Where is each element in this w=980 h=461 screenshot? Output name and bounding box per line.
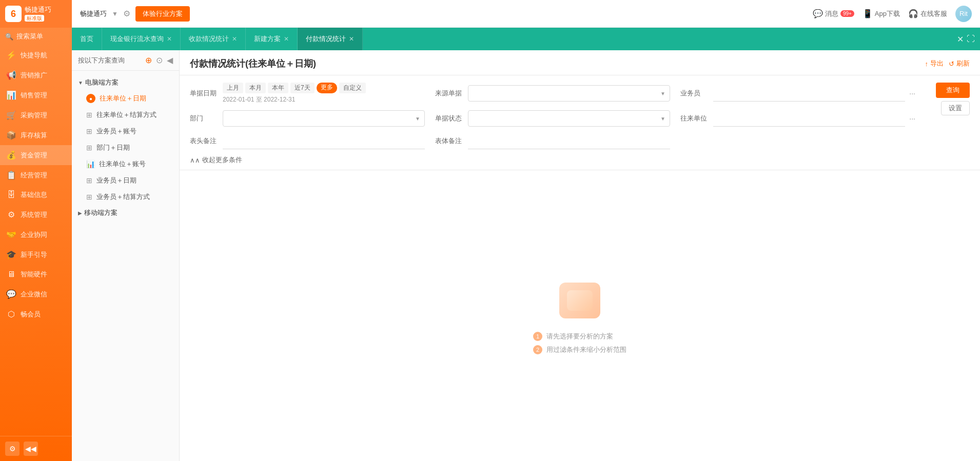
tab-bank-flow[interactable]: 现金银行流水查询 ✕ (102, 28, 181, 50)
left-panel: 按以下方案查询 ⊕ ⊙ ◀ ▼ 电脑端方案 ● 往来单位＋日期 ⊞ 往来单位＋结… (72, 50, 180, 461)
sidebar-item-capital[interactable]: 💰 资金管理 (0, 145, 72, 165)
topbar-right: 💬 消息 99+ 📱 App下载 🎧 在线客服 Rit (813, 6, 972, 22)
search-icon: 🔍 (5, 33, 13, 41)
logo-icon: 6 (5, 6, 22, 22)
sidebar-item-basic-info[interactable]: 🗄 基础信息 (0, 185, 72, 205)
sidebar-item-member[interactable]: ⬡ 畅会员 (0, 304, 72, 324)
date-preset-this-month[interactable]: 本月 (245, 83, 266, 93)
scheme-item-2[interactable]: ⊞ 业务员＋账号 (72, 123, 179, 139)
sidebar-footer: ⚙ ◀◀ (0, 436, 72, 461)
page-title: 付款情况统计(往来单位＋日期) (190, 57, 925, 70)
header-note-input[interactable] (223, 133, 425, 149)
sidebar-item-label: 畅会员 (21, 310, 41, 319)
collapse-sidebar-btn[interactable]: ◀◀ (24, 442, 38, 456)
dept-select[interactable]: ▼ (223, 110, 425, 127)
tab-receipt-stats-close[interactable]: ✕ (232, 35, 237, 43)
body-note-filter-row: 表体备注 (435, 133, 670, 149)
salesperson-input[interactable] (713, 85, 905, 102)
sidebar-item-inventory[interactable]: 📦 库存核算 (0, 125, 72, 145)
app-download-btn[interactable]: 📱 App下载 (863, 9, 900, 18)
scheme-item-0[interactable]: ● 往来单位＋日期 (72, 90, 179, 107)
tab-payment-stats[interactable]: 付款情况统计 ✕ (298, 28, 363, 50)
notification-btn[interactable]: 💬 消息 99+ (813, 9, 854, 18)
tab-payment-stats-close[interactable]: ✕ (349, 35, 354, 43)
sidebar-item-label: 智能硬件 (21, 270, 47, 279)
sales-icon: 📊 (6, 90, 16, 100)
scheme-item-4[interactable]: 📊 往来单位＋账号 (72, 156, 179, 172)
date-preset-last-month[interactable]: 上月 (223, 83, 243, 93)
scheme-item-label: 业务员＋日期 (96, 176, 136, 185)
collapse-panel-icon[interactable]: ◀ (167, 55, 173, 65)
refresh-btn[interactable]: ↺ 刷新 (949, 59, 970, 68)
sidebar-item-wechat[interactable]: 💬 企业微信 (0, 284, 72, 304)
scheme-icon: ⊞ (86, 144, 92, 152)
page-header: 付款情况统计(往来单位＋日期) ↑ 导出 ↺ 刷新 (180, 50, 980, 75)
scheme-item-1[interactable]: ⊞ 往来单位＋结算方式 (72, 107, 179, 123)
desktop-scheme-group[interactable]: ▼ 电脑端方案 (72, 75, 179, 90)
query-button[interactable]: 查询 (936, 83, 970, 98)
topbar-dropdown-icon[interactable]: ▼ (112, 10, 118, 17)
scheme-item-3[interactable]: ⊞ 部门＋日期 (72, 139, 179, 156)
sidebar-item-quick-nav[interactable]: ⚡ 快捷导航 (0, 45, 72, 65)
source-doc-select[interactable]: ▼ (468, 85, 670, 102)
sidebar-item-operations[interactable]: 📋 经营管理 (0, 165, 72, 185)
app-icon: 📱 (863, 9, 873, 18)
scheme-item-6[interactable]: ⊞ 业务员＋结算方式 (72, 189, 179, 205)
user-avatar[interactable]: Rit (955, 6, 972, 22)
sidebar-item-cooperation[interactable]: 🤝 企业协同 (0, 225, 72, 245)
tab-new-scheme[interactable]: 新建方案 ✕ (246, 28, 298, 50)
sidebar-search[interactable]: 🔍 搜索菜单 (0, 28, 72, 45)
tabbar: 首页 现金银行流水查询 ✕ 收款情况统计 ✕ 新建方案 ✕ 付款情况统计 ✕ ✕… (72, 28, 980, 50)
sidebar-item-hardware[interactable]: 🖥 智能硬件 (0, 265, 72, 284)
tab-home[interactable]: 首页 (72, 28, 102, 50)
body-note-input[interactable] (468, 133, 670, 149)
settings-scheme-icon[interactable]: ⊙ (156, 55, 163, 65)
salesperson-filter-row: 业务员 ··· (680, 83, 915, 104)
dept-select-arrow: ▼ (415, 116, 420, 122)
date-preset-this-year[interactable]: 本年 (268, 83, 288, 93)
collapse-conditions-btn[interactable]: ∧∧ 收起更多条件 (190, 155, 915, 165)
partner-input[interactable] (713, 110, 905, 127)
sidebar-item-guide[interactable]: 🎓 新手引导 (0, 245, 72, 265)
notification-badge: 99+ (840, 10, 854, 17)
sidebar-item-label: 系统管理 (21, 210, 47, 219)
date-range-text: 2022-01-01 至 2022-12-31 (223, 95, 425, 104)
sidebar-item-label: 资金管理 (21, 151, 47, 160)
sidebar-item-sales[interactable]: 📊 销售管理 (0, 85, 72, 105)
date-preset-custom[interactable]: 自定义 (339, 83, 366, 93)
customer-service-btn[interactable]: 🎧 在线客服 (908, 9, 947, 18)
service-label: 在线客服 (920, 9, 947, 18)
empty-text: 1 请先选择要分析的方案 2 用过滤条件来缩小分析范围 (533, 332, 626, 354)
date-preset-more[interactable]: 更多 (317, 83, 337, 93)
scheme-header-label: 按以下方案查询 (78, 56, 141, 65)
tab-bank-flow-close[interactable]: ✕ (167, 35, 172, 43)
trial-button[interactable]: 体验行业方案 (135, 6, 190, 22)
settings-footer-btn[interactable]: ⚙ (5, 442, 19, 456)
active-scheme-dot: ● (86, 94, 95, 103)
mobile-scheme-group[interactable]: ▶ 移动端方案 (72, 205, 179, 221)
tab-new-scheme-close[interactable]: ✕ (284, 35, 289, 43)
export-btn[interactable]: ↑ 导出 (925, 59, 944, 68)
partner-more-btn[interactable]: ··· (909, 114, 915, 123)
date-filter-row: 单据日期 上月 本月 本年 近7天 更多 自定义 (190, 83, 425, 104)
purchase-icon: 🛒 (6, 110, 16, 120)
sidebar-logo[interactable]: 6 畅捷通巧 标准版 (0, 0, 72, 28)
date-label: 单据日期 (190, 89, 219, 98)
salesperson-more-btn[interactable]: ··· (909, 89, 915, 97)
doc-status-select[interactable]: ▼ (468, 110, 670, 127)
filter-panel: 付款情况统计(往来单位＋日期) ↑ 导出 ↺ 刷新 (180, 50, 980, 461)
salesperson-label: 业务员 (680, 89, 709, 98)
tab-fullscreen-btn[interactable]: ⛶ (967, 34, 975, 44)
tab-close-all-btn[interactable]: ✕ (957, 34, 964, 44)
sidebar-item-system[interactable]: ⚙ 系统管理 (0, 205, 72, 225)
date-preset-7days[interactable]: 近7天 (290, 83, 315, 93)
sidebar-nav: ⚡ 快捷导航 📢 营销推广 📊 销售管理 🛒 采购管理 📦 库存核算 💰 资金管… (0, 45, 72, 436)
notification-icon: 💬 (813, 9, 823, 18)
add-scheme-icon[interactable]: ⊕ (145, 55, 152, 65)
scheme-item-5[interactable]: ⊞ 业务员＋日期 (72, 172, 179, 189)
tab-receipt-stats[interactable]: 收款情况统计 ✕ (181, 28, 246, 50)
sidebar-item-marketing[interactable]: 📢 营销推广 (0, 65, 72, 85)
topbar-gear-icon[interactable]: ⚙ (123, 9, 130, 18)
sidebar-item-purchase[interactable]: 🛒 采购管理 (0, 105, 72, 125)
settings-button[interactable]: 设置 (941, 101, 970, 115)
